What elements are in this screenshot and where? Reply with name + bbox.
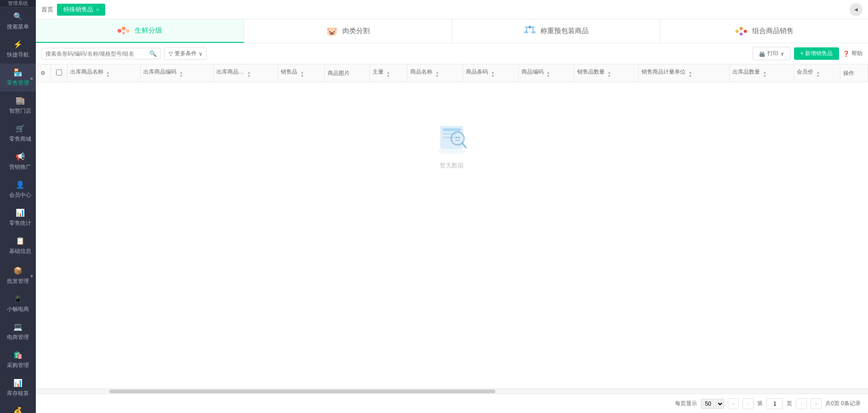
sidebar-item-label: 搜索菜单: [7, 23, 29, 31]
col-out-name[interactable]: 出库商品名称 ▲▼: [67, 64, 140, 82]
sidebar-item-member-center[interactable]: 👤 会员中心: [0, 176, 36, 204]
tab-close-icon[interactable]: ×: [96, 7, 99, 12]
col-checkbox[interactable]: [51, 64, 67, 82]
member-center-icon: 👤: [16, 180, 25, 189]
svg-point-10: [736, 29, 739, 33]
page-number-input[interactable]: [766, 398, 783, 409]
col-out-spec[interactable]: 出库商品… ▲▼: [214, 64, 278, 82]
sidebar-item-label: 零售商城: [9, 135, 31, 143]
col-product-code[interactable]: 商品编码 ▲▼: [518, 64, 574, 82]
svg-rect-16: [443, 128, 461, 131]
wholesale-icon: 📦: [13, 266, 23, 275]
per-page-label: 每页显示: [675, 400, 697, 407]
cat-tab-combo[interactable]: 组合商品销售: [660, 19, 868, 43]
col-label: 商品条码: [466, 69, 488, 75]
svg-point-12: [744, 29, 747, 33]
print-button[interactable]: 🖨️ 打印 ∨: [753, 47, 790, 60]
table-header-row: ⚙ 出库商品名称 ▲▼ 出库商品编码 ▲▼ 出库商品… ▲▼: [36, 64, 868, 82]
col-label: 销售品: [281, 69, 297, 75]
sidebar-item-ecommerce-manage[interactable]: 💻 电商管理: [0, 318, 36, 346]
add-sale-item-button[interactable]: + 新增销售品: [794, 47, 839, 60]
svg-point-3: [122, 32, 125, 34]
sidebar-item-basic-info[interactable]: 📋 基础信息: [0, 232, 36, 260]
col-label: 出库商品编码: [143, 69, 176, 75]
col-sale-unit[interactable]: 销售商品计量单位 ▲▼: [638, 64, 729, 82]
help-button[interactable]: ❓ 帮助: [843, 50, 862, 57]
scrollbar-thumb[interactable]: [109, 390, 495, 393]
sort-icon: ▲▼: [247, 71, 251, 78]
search-box: 🔍: [41, 48, 161, 59]
sidebar-item-search-menu[interactable]: 🔍 搜索菜单: [0, 7, 36, 35]
sidebar-item-label: 小畅电商: [7, 305, 29, 313]
page-label: 第: [757, 400, 763, 407]
col-label: 销售商品计量单位: [641, 69, 686, 75]
svg-point-20: [453, 134, 462, 143]
col-barcode[interactable]: 商品条码 ▲▼: [463, 64, 519, 82]
sidebar-item-marketing[interactable]: 📢 营销推广: [0, 148, 36, 176]
col-weight[interactable]: 主量 ▲▼: [369, 64, 407, 82]
col-product-name[interactable]: 商品名称 ▲▼: [408, 64, 463, 82]
sidebar-item-label: 零售管理: [7, 79, 29, 87]
sidebar-item-finance[interactable]: 💰 资金管理: [0, 402, 36, 413]
col-product-img: 商品图片: [324, 64, 369, 82]
sidebar-item-mini-ecommerce[interactable]: 📱 小畅电商: [0, 290, 36, 318]
sidebar-item-wholesale[interactable]: 📦 批发管理 ▼: [0, 262, 36, 290]
add-label: + 新增销售品: [800, 50, 833, 57]
sort-icon: ▲▼: [763, 71, 766, 78]
sort-icon: ▲▼: [607, 71, 611, 78]
sidebar-item-retail-stats[interactable]: 📊 零售统计: [0, 204, 36, 232]
sidebar-item-inventory[interactable]: 📊 库存核算: [0, 374, 36, 402]
col-sale-item[interactable]: 销售品 ▲▼: [278, 64, 325, 82]
tab-label: 特殊销售品: [63, 6, 93, 14]
col-member-price[interactable]: 会员价 ▲▼: [794, 64, 840, 82]
sidebar-item-label: 智慧门店: [9, 107, 31, 115]
sidebar-item-retail-mall[interactable]: 🛒 零售商城: [0, 120, 36, 148]
per-page-select[interactable]: 50 10 20 100: [701, 399, 724, 409]
sidebar-logo: 管理系统: [0, 0, 36, 7]
sidebar-item-label: 快捷导航: [7, 51, 29, 59]
help-label: 帮助: [851, 50, 862, 57]
print-icon: 🖨️: [759, 51, 766, 57]
cat-tab-meat-cut[interactable]: 🐷 肉类分割: [244, 19, 452, 43]
sort-icon: ▲▼: [491, 71, 494, 78]
category-tabs: 生鲜分级 🐷 肉类分割 称重预包装商品: [36, 19, 868, 43]
sidebar-item-label: 营销推广: [9, 163, 31, 171]
last-page-button[interactable]: »: [811, 398, 822, 409]
combo-dots-icon: [735, 26, 748, 36]
svg-point-2: [126, 29, 130, 33]
sidebar-item-quick-nav[interactable]: ⚡ 快捷导航: [0, 35, 36, 63]
col-settings[interactable]: ⚙: [36, 64, 51, 82]
svg-line-6: [526, 27, 527, 32]
sidebar-item-retail-manage[interactable]: 🏪 零售管理 ▲: [0, 63, 36, 92]
finance-icon: 💰: [13, 407, 23, 413]
mini-ecommerce-icon: 📱: [13, 294, 23, 303]
sort-icon: ▲▼: [386, 71, 390, 78]
next-page-button[interactable]: ›: [796, 398, 807, 409]
search-input[interactable]: [45, 51, 147, 57]
col-sale-qty[interactable]: 销售品数量 ▲▼: [574, 64, 638, 82]
cat-tab-weigh-pack[interactable]: 称重预包装商品: [452, 19, 660, 43]
col-out-code[interactable]: 出库商品编码 ▲▼: [140, 64, 213, 82]
svg-line-7: [533, 27, 533, 32]
topbar: 首页 特殊销售品 × ◀: [36, 0, 868, 19]
chevron-down-icon: ∨: [780, 51, 784, 57]
cat-tab-label: 组合商品销售: [752, 27, 794, 35]
sidebar-item-smart-store[interactable]: 🏬 智慧门店: [0, 92, 36, 120]
collapse-icon[interactable]: ◀: [850, 3, 862, 16]
empty-state-row: 暂无数据: [36, 82, 868, 207]
filter-button[interactable]: ▽ 更多条件 ∨: [165, 47, 207, 60]
first-page-button[interactable]: «: [728, 398, 739, 409]
chevron-down-icon: ▲: [29, 75, 34, 80]
svg-point-1: [122, 27, 125, 30]
cat-tab-label: 生鲜分级: [135, 26, 162, 35]
home-link[interactable]: 首页: [41, 6, 53, 14]
col-out-qty[interactable]: 出库品数量 ▲▼: [729, 64, 794, 82]
cat-tab-fresh-grade[interactable]: 生鲜分级: [36, 19, 244, 43]
sidebar-item-purchase[interactable]: 🛍️ 采购管理: [0, 346, 36, 374]
cat-tab-label: 称重预包装商品: [540, 27, 589, 35]
active-tab[interactable]: 特殊销售品 ×: [57, 4, 105, 16]
retail-mall-icon: 🛒: [16, 124, 25, 133]
horizontal-scrollbar[interactable]: [36, 388, 868, 394]
prev-page-button[interactable]: ‹: [743, 398, 754, 409]
select-all-checkbox[interactable]: [56, 69, 62, 75]
